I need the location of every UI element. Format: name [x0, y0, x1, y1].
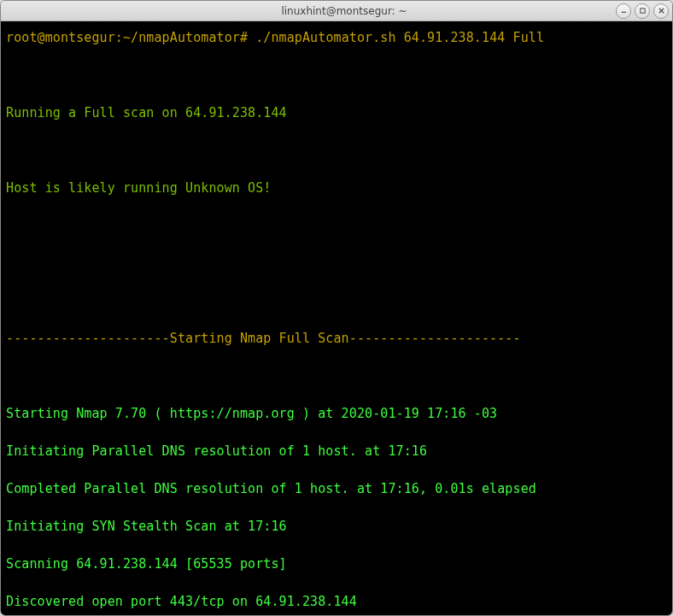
minimize-icon — [620, 7, 628, 15]
minimize-button[interactable] — [616, 3, 631, 19]
window-controls — [616, 3, 669, 19]
output-line: Initiating Parallel DNS resolution of 1 … — [6, 442, 667, 461]
svg-rect-1 — [640, 9, 644, 13]
close-button[interactable] — [653, 3, 669, 19]
terminal-window: linuxhint@montsegur: ~ root@montsegur:~/… — [0, 0, 673, 616]
maximize-button[interactable] — [635, 3, 650, 19]
output-line: Completed Parallel DNS resolution of 1 h… — [6, 479, 667, 498]
window-title: linuxhint@montsegur: ~ — [73, 5, 616, 17]
output-line: Initiating SYN Stealth Scan at 17:16 — [6, 517, 667, 536]
titlebar: linuxhint@montsegur: ~ — [1, 1, 672, 21]
output-line: Scanning 64.91.238.144 [65535 ports] — [6, 554, 667, 573]
output-line: Starting Nmap 7.70 ( https://nmap.org ) … — [6, 404, 667, 423]
shell-command: ./nmapAutomator.sh 64.91.238.144 Full — [255, 30, 544, 45]
close-icon — [658, 7, 665, 15]
maximize-icon — [639, 7, 647, 15]
output-line: Discovered open port 443/tcp on 64.91.23… — [6, 592, 667, 611]
banner-host: Host is likely running Unknown OS! — [6, 179, 667, 197]
shell-prompt: root@montsegur:~/nmapAutomator# — [6, 30, 248, 45]
section-header: ---------------------Starting Nmap Full … — [6, 329, 667, 348]
banner-running: Running a Full scan on 64.91.238.144 — [6, 103, 667, 122]
terminal-content[interactable]: root@montsegur:~/nmapAutomator# ./nmapAu… — [1, 21, 672, 615]
